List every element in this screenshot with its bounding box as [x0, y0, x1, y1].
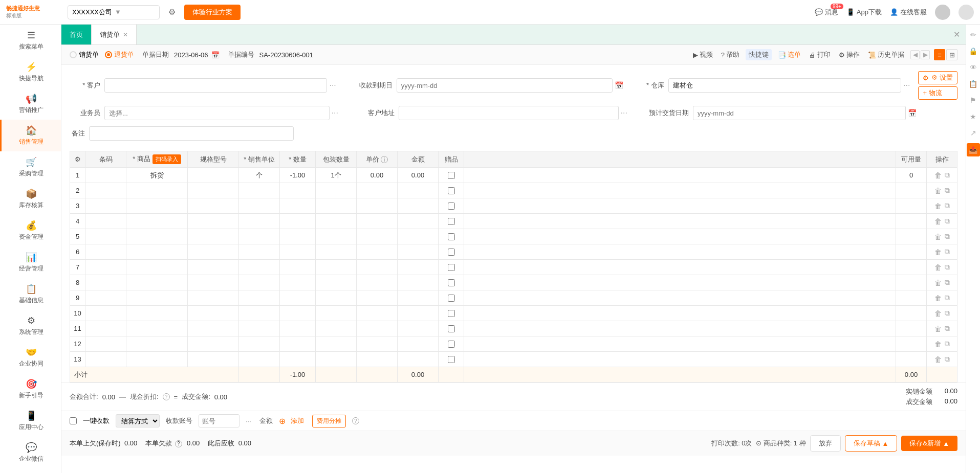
row-product-10[interactable] [126, 306, 188, 321]
row-unit-9[interactable] [239, 290, 280, 306]
sidebar-item-search[interactable]: ☰ 搜索菜单 [0, 25, 61, 56]
row-spec-2[interactable] [188, 183, 239, 198]
row-barcode-4[interactable] [85, 214, 126, 229]
row-spec-11[interactable] [188, 321, 239, 336]
row-spec-6[interactable] [188, 244, 239, 260]
row-unit-11[interactable] [239, 321, 280, 336]
row-amount-3[interactable] [398, 198, 439, 214]
account-more-btn[interactable]: ··· [246, 417, 251, 425]
row-pack-3[interactable] [316, 198, 357, 214]
row-pack-9[interactable] [316, 290, 357, 306]
sidebar-item-appcenter[interactable]: 📱 应用中心 [0, 405, 61, 437]
close-all-tabs-button[interactable]: ✕ [951, 30, 962, 40]
row-unit-1[interactable]: 个 [239, 168, 280, 183]
row-unit-13[interactable] [239, 352, 280, 367]
row-spec-7[interactable] [188, 260, 239, 275]
sidebar-item-basic[interactable]: 📋 基础信息 [0, 278, 61, 310]
row-spec-8[interactable] [188, 275, 239, 290]
trial-button[interactable]: 体验行业方案 [184, 5, 241, 20]
sidebar-item-system[interactable]: ⚙ 系统管理 [0, 310, 61, 342]
row-product-8[interactable] [126, 275, 188, 290]
barcode-input-13[interactable] [88, 355, 124, 363]
row-gift-4[interactable] [439, 214, 464, 229]
delete-icon-12[interactable]: 🗑 [934, 340, 942, 348]
tab-close-icon[interactable]: ✕ [123, 31, 128, 38]
row-amount-8[interactable] [398, 275, 439, 290]
salesperson-text[interactable] [107, 109, 327, 117]
copy-row-icon-3[interactable]: ⧉ [945, 201, 950, 210]
gift-checkbox-6[interactable] [448, 249, 455, 256]
row-spec-13[interactable] [188, 352, 239, 367]
delete-icon-5[interactable]: 🗑 [934, 233, 942, 241]
sidebar-item-member[interactable]: V 畅会员 [0, 468, 61, 473]
warehouse-input[interactable] [668, 78, 901, 93]
row-price-4[interactable] [357, 214, 398, 229]
row-product-1[interactable]: 拆货 [126, 168, 188, 183]
row-unit-6[interactable] [239, 244, 280, 260]
customer-text-input[interactable] [107, 82, 324, 89]
warehouse-text[interactable] [671, 82, 899, 89]
row-barcode-9[interactable] [85, 290, 126, 306]
row-pack-4[interactable] [316, 214, 357, 229]
operation-btn[interactable]: ⚙ 操作 [837, 49, 862, 60]
copy-row-icon-6[interactable]: ⧉ [945, 247, 950, 256]
right-tool-orange[interactable]: 📤 [967, 143, 980, 156]
row-qty-11[interactable] [280, 321, 316, 336]
tab-home[interactable]: 首页 [61, 25, 92, 44]
row-price-6[interactable] [357, 244, 398, 260]
delete-icon-4[interactable]: 🗑 [934, 217, 942, 226]
expected-date-calendar-icon[interactable]: 📅 [908, 109, 917, 117]
right-tool-edit[interactable]: ✏ [967, 29, 979, 41]
barcode-input-5[interactable] [88, 233, 124, 240]
row-pack-5[interactable] [316, 229, 357, 244]
row-gift-11[interactable] [439, 321, 464, 336]
barcode-input-12[interactable] [88, 340, 124, 348]
avatar[interactable] [935, 5, 950, 20]
row-qty-1[interactable]: -1.00 [280, 168, 316, 183]
right-tool-lock[interactable]: 🔒 [967, 45, 979, 57]
gift-checkbox-5[interactable] [448, 233, 455, 240]
row-gift-9[interactable] [439, 290, 464, 306]
delete-icon-2[interactable]: 🗑 [934, 187, 942, 195]
app-download-item[interactable]: 📱 App下载 [846, 8, 882, 17]
row-qty-12[interactable] [280, 336, 316, 352]
gift-checkbox-2[interactable] [448, 187, 455, 194]
copy-row-icon-2[interactable]: ⧉ [945, 186, 950, 195]
row-barcode-12[interactable] [85, 336, 126, 352]
sidebar-item-collab[interactable]: 🤝 企业协同 [0, 342, 61, 373]
sidebar-item-wechat[interactable]: 💬 企业微信 [0, 437, 61, 468]
row-price-12[interactable] [357, 336, 398, 352]
copy-row-icon-10[interactable]: ⧉ [945, 309, 950, 318]
payment-due-input[interactable] [397, 78, 613, 93]
barcode-input-6[interactable] [88, 248, 124, 256]
row-amount-9[interactable] [398, 290, 439, 306]
delete-icon-11[interactable]: 🗑 [934, 325, 942, 333]
row-barcode-13[interactable] [85, 352, 126, 367]
delete-icon-9[interactable]: 🗑 [934, 294, 942, 302]
gift-checkbox-1[interactable] [448, 172, 455, 179]
account-input[interactable] [199, 414, 239, 427]
gift-checkbox-9[interactable] [448, 295, 455, 302]
copy-row-icon-5[interactable]: ⧉ [945, 232, 950, 241]
row-qty-4[interactable] [280, 214, 316, 229]
row-price-5[interactable] [357, 229, 398, 244]
row-spec-12[interactable] [188, 336, 239, 352]
row-pack-11[interactable] [316, 321, 357, 336]
row-pack-1[interactable]: 1个 [316, 168, 357, 183]
customer-addr-more-btn[interactable]: ··· [621, 109, 627, 117]
discard-button[interactable]: 放弃 [810, 435, 841, 452]
row-qty-2[interactable] [280, 183, 316, 198]
row-pack-6[interactable] [316, 244, 357, 260]
next-record-btn[interactable]: ▶ [921, 50, 930, 59]
row-gift-8[interactable] [439, 275, 464, 290]
one-click-checkbox[interactable] [70, 417, 77, 424]
row-gift-10[interactable] [439, 306, 464, 321]
delete-icon-3[interactable]: 🗑 [934, 202, 942, 210]
row-price-1[interactable]: 0.00 [357, 168, 398, 183]
prev-record-btn[interactable]: ◀ [910, 50, 920, 59]
sidebar-item-inventory[interactable]: 📦 库存核算 [0, 183, 61, 215]
row-pack-8[interactable] [316, 275, 357, 290]
barcode-input-4[interactable] [88, 217, 124, 225]
expected-date-input[interactable] [693, 106, 906, 120]
row-gift-13[interactable] [439, 352, 464, 367]
